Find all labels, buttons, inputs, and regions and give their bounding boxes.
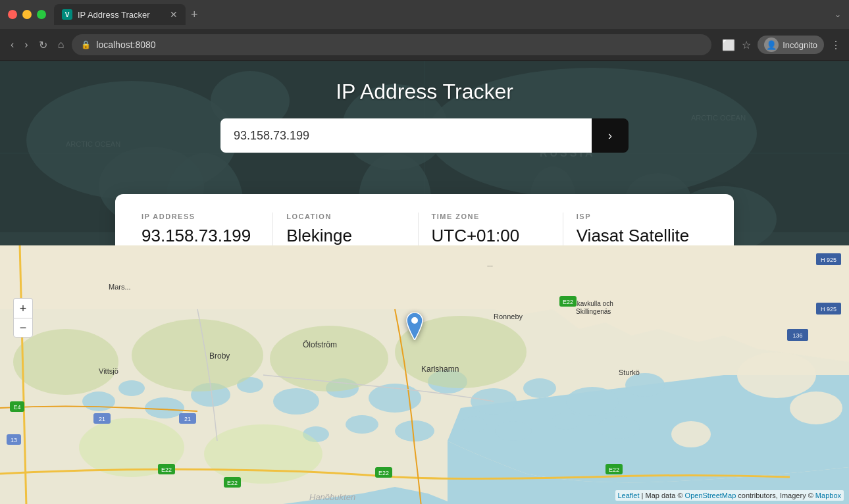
active-tab[interactable]: V IP Address Tracker ✕ [54,4,186,25]
svg-text:...: ... [487,260,493,268]
attribution-text: | Map data © [642,491,685,499]
svg-text:H 925: H 925 [821,257,836,263]
svg-text:Skillingenäs: Skillingenäs [576,308,611,315]
incognito-label: Incógnito [783,40,817,50]
tab-expand-icon: ⌄ [835,10,841,19]
svg-point-28 [82,391,115,411]
incognito-badge[interactable]: 👤 Incógnito [758,36,824,54]
app-header: ARCTIC OCEAN ARCTIC OCEAN RUSSIA IP Addr… [0,61,849,245]
timezone-label: TIME ZONE [432,213,550,220]
svg-text:E22: E22 [227,480,238,486]
svg-point-20 [273,388,319,415]
search-bar: › [220,118,629,153]
svg-point-34 [461,416,487,432]
arrow-right-icon: › [608,129,612,143]
address-text: localhost:8080 [96,39,155,50]
svg-point-32 [346,415,378,434]
info-card: IP ADDRESS 93.158.73.199 LOCATION Blekin… [115,194,734,245]
close-button[interactable] [8,10,17,19]
svg-text:E4: E4 [13,404,20,411]
title-bar: V IP Address Tracker ✕ + ⌄ [0,0,849,29]
location-item: LOCATION Blekinge County [273,213,418,245]
browser-chrome: V IP Address Tracker ✕ + ⌄ ‹ › ↻ ⌂ 🔒 loc… [0,0,849,61]
incognito-avatar: 👤 [764,38,779,52]
new-tab-button[interactable]: + [186,5,203,24]
svg-text:Ölofström: Ölofström [303,340,337,349]
osm-link[interactable]: OpenStreetMap [685,491,736,499]
tab-title: IP Address Tracker [78,10,165,20]
svg-point-37 [598,416,640,439]
ip-address-label: IP ADDRESS [142,213,259,220]
svg-text:Vittsjö: Vittsjö [99,367,118,375]
leaflet-link[interactable]: Leaflet [618,491,640,499]
svg-text:H 925: H 925 [821,306,836,313]
address-field[interactable]: 🔒 localhost:8080 [72,34,711,55]
zoom-in-button[interactable]: + [13,298,33,318]
svg-text:Hanöbukten: Hanöbukten [309,492,355,502]
menu-icon[interactable]: ⋮ [831,39,841,51]
svg-text:ARCTIC OCEAN: ARCTIC OCEAN [691,114,746,122]
location-value: Blekinge County [286,226,404,245]
svg-point-41 [13,329,118,395]
window-controls [8,10,46,19]
ip-address-item: IP ADDRESS 93.158.73.199 [142,213,273,245]
page-title: IP Address Tracker [336,80,513,104]
ip-address-value: 93.158.73.199 [142,226,259,245]
forward-button[interactable]: › [22,36,30,53]
svg-text:ARCTIC OCEAN: ARCTIC OCEAN [66,140,120,148]
bookmark-icon[interactable]: ☆ [742,39,751,51]
svg-point-25 [523,378,556,398]
svg-point-38 [737,352,816,398]
zoom-out-button[interactable]: − [13,318,33,338]
reload-button[interactable]: ↻ [36,36,50,54]
svg-point-27 [625,373,665,397]
svg-text:Ronneby: Ronneby [494,313,523,320]
isp-value: Viasat Satellite Services AB [577,226,694,245]
svg-text:Mars...: Mars... [109,283,131,291]
timezone-item: TIME ZONE UTC+01:00 [419,213,563,245]
ip-search-input[interactable] [220,118,592,153]
svg-text:E22: E22 [563,299,573,305]
svg-point-39 [790,391,842,424]
svg-text:Broby: Broby [209,351,230,361]
tab-bar: V IP Address Tracker ✕ + ⌄ [54,4,841,25]
svg-point-46 [204,424,322,484]
address-bar: ‹ › ↻ ⌂ 🔒 localhost:8080 ⬜ ☆ 👤 Incógnito… [0,29,849,61]
map-pin [404,313,425,343]
maximize-button[interactable] [37,10,46,19]
isp-label: ISP [577,213,694,220]
lock-icon: 🔒 [81,40,91,49]
svg-text:E22: E22 [378,470,389,476]
tab-favicon: V [62,9,72,20]
minimize-button[interactable] [22,10,32,19]
svg-text:21: 21 [99,416,105,422]
svg-text:Karlshamn: Karlshamn [421,365,459,374]
app-container: ARCTIC OCEAN ARCTIC OCEAN RUSSIA IP Addr… [0,61,849,504]
map-area[interactable]: E22 E22 E22 E22 E22 E4 E4 H 925 H 925 13… [0,245,849,504]
map-zoom-controls: + − [13,298,33,338]
svg-text:13: 13 [11,437,17,443]
svg-point-30 [145,397,184,418]
search-button[interactable]: › [592,118,629,153]
svg-text:136: 136 [792,332,802,339]
svg-text:Sturkö: Sturkö [619,368,640,376]
timezone-value: UTC+01:00 [432,226,550,245]
tab-close-icon[interactable]: ✕ [170,10,178,19]
back-button[interactable]: ‹ [8,36,16,53]
mapbox-link[interactable]: Mapbox [815,491,841,499]
svg-point-90 [411,317,418,324]
svg-point-42 [132,319,263,391]
location-label: LOCATION [286,213,404,220]
svg-text:Skavkulla och: Skavkulla och [573,300,613,307]
cast-icon[interactable]: ⬜ [722,39,735,51]
svg-point-33 [395,420,434,441]
svg-text:E22: E22 [609,466,619,473]
svg-text:21: 21 [184,416,191,422]
toolbar-right: ⬜ ☆ 👤 Incógnito ⋮ [722,36,841,54]
svg-point-40 [671,421,711,447]
svg-point-35 [495,421,532,441]
svg-point-29 [118,380,145,396]
map-svg: E22 E22 E22 E22 E22 E4 E4 H 925 H 925 13… [0,245,849,504]
svg-text:E22: E22 [161,466,172,473]
home-button[interactable]: ⌂ [55,36,67,53]
